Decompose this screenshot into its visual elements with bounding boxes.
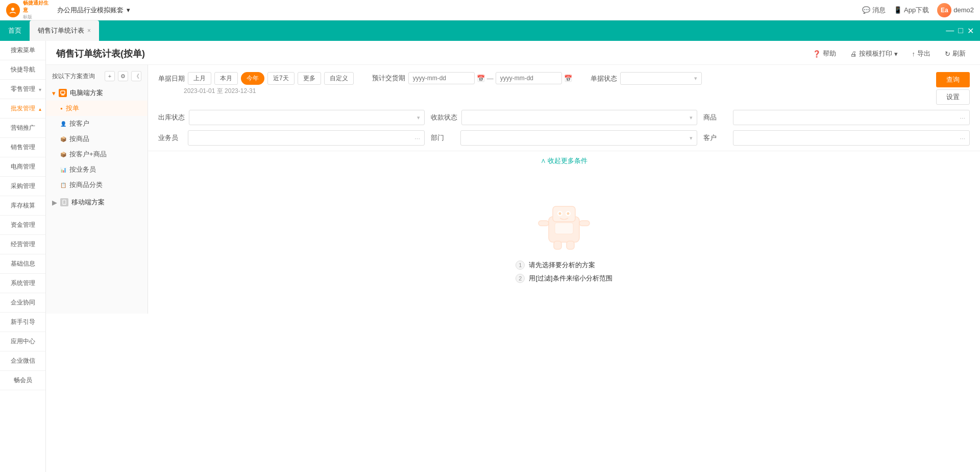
mobile-group-arrow-icon: ▶: [52, 199, 57, 206]
solution-group-pc-header[interactable]: ▾ 电脑端方案: [46, 85, 148, 101]
sidebar-item-system-mgmt[interactable]: 系统管理: [0, 274, 45, 293]
tab-sales-order-stats[interactable]: 销售订单统计表 ×: [30, 20, 99, 41]
date-custom-btn[interactable]: 自定义: [324, 72, 354, 85]
sidebar-item-app-center[interactable]: 应用中心: [0, 332, 45, 351]
calendar-icon-1[interactable]: 📅: [477, 75, 485, 82]
solution-add-btn[interactable]: +: [105, 71, 115, 81]
pay-status-select[interactable]: ▾: [461, 110, 697, 125]
solution-item-by-category[interactable]: 📋 按商品分类: [46, 177, 148, 193]
query-btn[interactable]: 查询: [936, 72, 970, 87]
solution-group-mobile-header[interactable]: ▶ 移动端方案: [46, 195, 148, 210]
logo-area: 畅捷通好生意 标版: [6, 0, 52, 20]
sales-mgmt-label: 销售管理: [11, 144, 35, 151]
sidebar-item-inventory[interactable]: 库存核算: [0, 196, 45, 216]
filter-layout: 按以下方案查询 + ⚙ 《 ▾ 电脑端方案: [46, 65, 980, 314]
empty-hint-1: 1 请先选择要分析的方案: [516, 261, 612, 270]
sidebar-item-marketing[interactable]: 营销推广: [0, 119, 45, 138]
date-label: 单据日期: [158, 74, 185, 83]
tab-bar: 首页 销售订单统计表 × — □ ✕: [0, 20, 980, 41]
mobile-group-icon: [60, 198, 68, 206]
sidebar-item-enterprise[interactable]: 企业协同: [0, 293, 45, 313]
solution-item-by-order[interactable]: ● 按单: [46, 101, 148, 116]
status-select-arrow-icon: ▾: [694, 75, 697, 82]
solution-item-by-cust-prod[interactable]: 📦 按客户+商品: [46, 147, 148, 162]
sidebar-item-new-guide[interactable]: 新手引导: [0, 313, 45, 332]
date-this-year-btn[interactable]: 今年: [241, 72, 264, 85]
messages-btn[interactable]: 💬 消息: [862, 6, 886, 15]
sidebar-item-finance-mgmt[interactable]: 资金管理: [0, 216, 45, 235]
status-section: 单据状态 ▾: [591, 72, 702, 85]
tab-close-window-btn[interactable]: ✕: [967, 26, 974, 36]
sidebar-item-basic-info[interactable]: 基础信息: [0, 254, 45, 274]
solution-collapse-btn[interactable]: 《: [131, 71, 141, 81]
sidebar-item-sales-mgmt[interactable]: 销售管理: [0, 138, 45, 157]
help-icon: ❓: [813, 50, 821, 58]
new-guide-label: 新手引导: [11, 318, 35, 325]
solution-group-mobile: ▶ 移动端方案: [46, 195, 148, 210]
date-more-btn[interactable]: 更多: [298, 72, 321, 85]
sidebar-item-biz-mgmt[interactable]: 经营管理: [0, 235, 45, 254]
tab-home[interactable]: 首页: [0, 20, 30, 41]
sidebar-item-ecom-mgmt[interactable]: 电商管理: [0, 157, 45, 177]
download-icon: 📱: [894, 6, 902, 14]
template-print-btn[interactable]: 🖨 按模板打印 ▾: [846, 47, 902, 60]
sidebar-item-retail-mgmt[interactable]: 零售管理 ▾: [0, 80, 45, 99]
logo-text: 畅捷通好生意 标版: [23, 0, 52, 20]
tab-maximize-btn[interactable]: □: [958, 26, 963, 35]
solution-item-by-sales[interactable]: 📊 按业务员: [46, 162, 148, 177]
by-order-icon: ●: [60, 106, 63, 111]
sales-input[interactable]: ···: [188, 130, 425, 146]
search-menu-label: 搜索菜单: [11, 46, 35, 54]
sidebar-item-purchase-mgmt[interactable]: 采购管理: [0, 177, 45, 196]
svg-rect-15: [567, 241, 574, 249]
pay-status-arrow-icon: ▾: [690, 114, 693, 121]
sidebar-item-member[interactable]: 畅会员: [0, 371, 45, 390]
pc-group-icon: [59, 89, 67, 97]
marketing-label: 营销推广: [11, 124, 35, 131]
tab-minimize-btn[interactable]: —: [946, 26, 954, 35]
calendar-icon-2[interactable]: 📅: [564, 75, 572, 82]
tab-close-btn[interactable]: ×: [87, 27, 91, 34]
app-download-btn[interactable]: 📱 App下载: [894, 6, 929, 15]
sidebar-item-enterprise-wechat[interactable]: 企业微信: [0, 351, 45, 371]
solution-settings-btn[interactable]: ⚙: [118, 71, 128, 81]
solution-item-by-product[interactable]: 📦 按商品: [46, 131, 148, 147]
product-input[interactable]: ···: [733, 110, 970, 125]
by-customer-icon: 👤: [60, 121, 66, 127]
date-last-month-btn[interactable]: 上月: [188, 72, 211, 85]
expected-date-start-input[interactable]: [408, 72, 475, 84]
date-shortcuts-row: 单据日期 上月 本月 今年 近7天 更多 自定义: [158, 72, 354, 85]
by-category-icon: 📋: [60, 182, 66, 188]
out-status-select[interactable]: ▾: [189, 110, 425, 125]
collapse-bar[interactable]: ∧ 收起更多条件: [148, 151, 980, 171]
expected-date-end-input[interactable]: [496, 72, 562, 84]
date-separator: —: [487, 75, 494, 82]
filter-field-customer: 客户 ···: [703, 130, 970, 146]
help-btn[interactable]: ❓ 帮助: [808, 47, 840, 60]
status-select[interactable]: ▾: [620, 72, 702, 85]
page-content: 销售订单统计表(按单) ❓ 帮助 🖨 按模板打印 ▾ ↑ 导出: [46, 41, 980, 472]
user-area[interactable]: Ea demo2: [937, 3, 974, 17]
sidebar-item-search-menu[interactable]: 搜索菜单: [0, 41, 45, 60]
settings-filter-btn[interactable]: 设置: [936, 89, 970, 105]
sidebar-item-quick-nav[interactable]: 快捷导航: [0, 60, 45, 80]
solution-item-by-customer[interactable]: 👤 按客户: [46, 116, 148, 131]
sales-dots-icon[interactable]: ···: [414, 134, 420, 142]
enterprise-label: 企业协同: [11, 299, 35, 306]
date-this-month-btn[interactable]: 本月: [214, 72, 238, 85]
top-right-area: 💬 消息 📱 App下载 Ea demo2: [862, 3, 974, 17]
customer-input[interactable]: ···: [733, 130, 970, 146]
finance-mgmt-label: 资金管理: [11, 221, 35, 228]
hint-num-2: 2: [516, 274, 525, 283]
top-header: 畅捷通好生意 标版 办公用品行业模拟账套 ▾ 💬 消息 📱 App下载 Ea d…: [0, 0, 980, 20]
refresh-btn[interactable]: ↻ 刷新: [941, 47, 970, 60]
dept-select[interactable]: ▾: [460, 130, 697, 146]
date-7days-btn[interactable]: 近7天: [267, 72, 295, 85]
export-btn[interactable]: ↑ 导出: [908, 47, 935, 60]
product-dots-icon[interactable]: ···: [960, 114, 965, 122]
sidebar-item-wholesale-mgmt[interactable]: 批发管理 ▴: [0, 99, 45, 119]
system-mgmt-label: 系统管理: [11, 279, 35, 287]
page-title-bar: 销售订单统计表(按单) ❓ 帮助 🖨 按模板打印 ▾ ↑ 导出: [46, 41, 980, 65]
customer-dots-icon[interactable]: ···: [960, 134, 965, 142]
enterprise-wechat-label: 企业微信: [11, 357, 35, 364]
